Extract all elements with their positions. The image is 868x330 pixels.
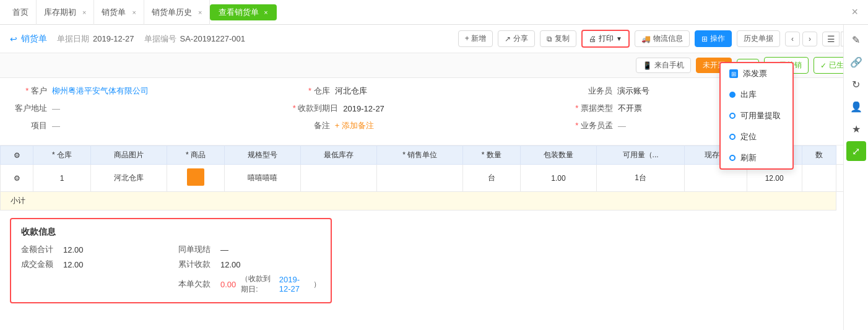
tab-view-sales-label: 查看销货单 [219,7,259,18]
logistics-button[interactable]: 🚚 物流信息 [635,30,690,47]
row-product: 嘻嘻嘻嘻 [225,165,301,192]
doc-number-meta: 单据编号 SA-20191227-001 [144,33,246,45]
sidebar-refresh-icon[interactable]: ↻ [846,74,866,94]
nav-arrows: ‹ › [785,32,817,46]
nav-next[interactable]: › [802,32,817,46]
transaction-row: 成交金额 12.00 [21,259,163,270]
sidebar-expand-icon[interactable]: ⤢ [846,141,866,161]
due-date-field: 收款到期日 2019-12-27 [293,103,576,114]
window-close-button[interactable]: × [846,6,863,19]
address-label: 客户地址 [10,103,47,114]
sidebar-edit-icon[interactable]: ✎ [846,30,866,50]
row-index: 1 [33,165,91,192]
arrears-suffix: （收款到期日: [241,274,274,295]
tab-sales-close[interactable]: × [132,9,136,16]
tab-sales-history-close[interactable]: × [198,9,202,16]
available-qty-icon [729,113,736,119]
cumulative-value: 12.00 [220,260,241,269]
cumulative-row: 累计收款 12.00 [178,259,321,270]
copy-button[interactable]: ⧉ 复制 [540,30,576,47]
print-dropdown-icon: ▼ [616,35,622,42]
doc-type-icon: ↩ [10,34,17,44]
print-label: 打印 [599,33,614,44]
from-phone-button[interactable]: 📱 来自手机 [636,58,691,73]
same-order-label: 同单现结 [178,244,215,255]
refresh-item[interactable]: 刷新 [721,147,792,168]
operations-label: 操作 [710,33,725,44]
arrears-row: 本单欠款 0.00 （收款到期日: 2019-12-27 ） [178,274,321,295]
tab-inventory-close[interactable]: × [82,9,86,16]
staff-label: 业务员 [575,85,612,97]
copy-icon: ⧉ [547,35,552,43]
outbound-item[interactable]: 出库 [721,84,792,105]
new-button[interactable]: + 新增 [458,30,493,47]
history-label: 历史单据 [744,33,773,44]
doc-type-label: 销货单 [21,33,47,45]
outbound-label: 出库 [740,89,757,100]
tab-home-label: 首页 [12,7,28,18]
locate-icon [729,134,736,140]
sidebar-star-icon[interactable]: ★ [846,119,866,139]
note-add-btn[interactable]: + 添加备注 [335,120,576,131]
payment-title: 收款信息 [21,227,321,238]
col-pack-qty: 包装数量 [520,146,596,165]
due-date-label: 收款到期日 [293,103,339,114]
bill-type-field: 票据类型 不开票 [575,103,858,114]
sidebar-link-icon[interactable]: 🔗 [846,52,866,72]
payment-grid: 金额合计 12.00 同单现结 — 成交金额 12.00 累计收款 12.00 … [21,244,321,295]
col-warehouse: * 仓库 [33,146,91,165]
row-pack-qty: 1台 [596,165,684,192]
share-icon: ↗ [505,35,511,43]
view-list[interactable]: ☰ [822,32,840,46]
tab-sales-history[interactable]: 销货单历史 × [144,0,210,25]
tab-sales[interactable]: 销货单 × [94,0,144,25]
document-header: ↩ 销货单 单据日期 2019-12-27 单据编号 SA-20191227-0… [0,25,868,53]
arrears-value: 0.00 [220,280,236,289]
project-label: 项目 [10,120,47,131]
new-label: + 新增 [465,33,486,44]
operations-button[interactable]: ⊞ 操作 [695,30,732,47]
staff2-label: 业务员孟 [575,120,613,131]
tab-view-sales-close[interactable]: × [264,9,267,16]
tab-sales-history-label: 销货单历史 [152,7,192,18]
tab-home[interactable]: 首页 [5,0,37,25]
staff2-field: 业务员孟 — [575,120,858,131]
from-phone-label: 来自手机 [654,60,684,71]
sidebar-user-icon[interactable]: 👤 [846,97,866,116]
tab-view-sales[interactable]: 查看销货单 × [210,4,276,20]
available-qty-item[interactable]: 可用量提取 [721,105,792,126]
doc-date-meta: 单据日期 2019-12-27 [57,33,134,45]
row-price [802,165,836,192]
copy-label: 复制 [555,33,570,44]
nav-prev[interactable]: ‹ [785,32,800,46]
effect-icon: ✓ [820,61,827,70]
locate-item[interactable]: 定位 [721,126,792,147]
row-qty: 1.00 [520,165,596,192]
due-date-value: 2019-12-27 [343,104,575,113]
row-gear[interactable]: ⚙ [1,165,33,192]
customer-value[interactable]: 柳州粤港平安气体有限公司 [52,85,293,97]
tab-inventory[interactable]: 库存期初 × [37,0,94,25]
same-order-value: — [220,245,228,254]
project-value: — [52,121,293,131]
phone-icon: 📱 [643,61,652,70]
add-invoice-icon: ⊞ [729,69,738,78]
warehouse-field: 仓库 河北仓库 [293,85,576,97]
print-button[interactable]: 🖨 打印 ▼ [581,30,630,48]
add-invoice-item[interactable]: ⊞ 添发票 [721,63,792,84]
doc-date-value: 2019-12-27 [93,34,134,43]
share-button[interactable]: ↗ 分享 [498,30,535,47]
transaction-label: 成交金额 [21,259,58,270]
col-image: 商品图片 [90,146,167,165]
col-available: 可用量（... [596,146,684,165]
tab-bar: 首页 库存期初 × 销货单 × 销货单历史 × 查看销货单 × × [0,0,868,25]
col-spec: 规格型号 [225,146,301,165]
header-actions: + 新增 ↗ 分享 ⧉ 复制 🖨 打印 ▼ 🚚 物流信息 ⊞ 操作 [458,30,858,48]
col-unit: * 销售单位 [377,146,462,165]
available-qty-label: 可用量提取 [740,110,781,121]
amount-total-value: 12.00 [63,245,84,254]
history-button[interactable]: 历史单据 [737,30,780,47]
doc-number-value: SA-20191227-001 [180,34,246,43]
customer-label: 客户 [10,85,47,97]
row-spec [301,165,377,192]
